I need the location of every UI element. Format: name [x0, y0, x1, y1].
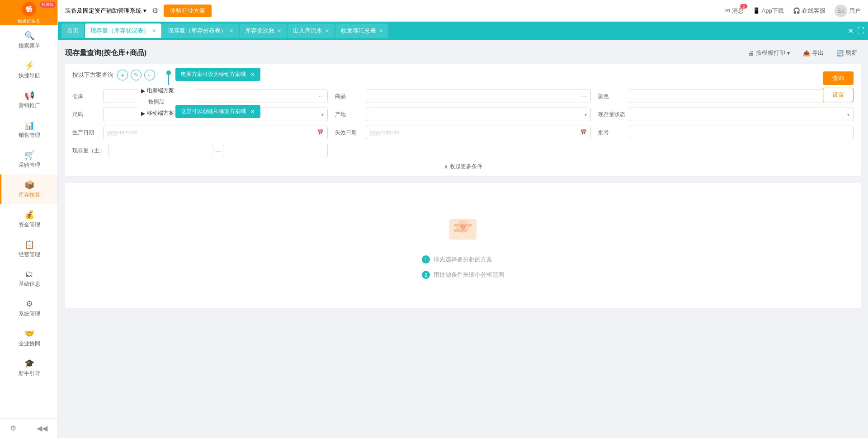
edit-scheme-btn[interactable]: ✎ [131, 70, 142, 80]
brand-text: 畅通好生意 [18, 18, 40, 24]
color-select[interactable]: ▾ [629, 89, 854, 103]
tab-actions: ✕ ⛶ [848, 27, 864, 35]
sidebar-item-enterprise[interactable]: 🤝 企业协同 [0, 323, 57, 353]
stock-range-max[interactable] [223, 144, 328, 157]
dropdown-arrow-icon: ▾ [143, 7, 146, 14]
stock-main-label: 现存量（主） [72, 147, 105, 155]
header-right: ✉ 消息 6 📱 App下载 🎧 在线客服 Ea 用户 [725, 5, 861, 17]
collapse-arrow-icon: ∧ [444, 164, 448, 170]
page-title: 现存量查询(按仓库+商品) [65, 48, 146, 58]
add-scheme-btn[interactable]: + [117, 70, 128, 80]
tooltip-text2: 这里可以创建和修改方案哦 [181, 108, 246, 115]
sidebar-item-purchase[interactable]: 🛒 采购管理 [0, 145, 57, 174]
tab-close-inventory-status[interactable]: ✕ [152, 28, 156, 34]
tab-inventory-status[interactable]: 现存量（库存状况表） ✕ [85, 24, 161, 38]
stock-range-min[interactable] [108, 144, 213, 157]
tab-collect-summary[interactable]: 收发存汇总表 ✕ [335, 24, 388, 38]
empty-state: 1 请先选择要分析的方案 2 用过滤条件来缩小分析范围 [65, 183, 861, 308]
tooltip2-close-btn[interactable]: ✕ [250, 108, 255, 115]
sidebar-label-search: 搜索菜单 [19, 42, 40, 50]
export-btn[interactable]: 📤 导出 [799, 47, 827, 59]
sidebar-item-marketing[interactable]: 📢 营销推广 [0, 85, 57, 115]
sidebar-label-finance: 资金管理 [19, 221, 40, 229]
dot-top [166, 71, 171, 75]
tab-close-collect-summary[interactable]: ✕ [379, 28, 383, 34]
tab-inout-flow[interactable]: 出入库流水 ✕ [288, 24, 335, 38]
reset-btn[interactable]: 设置 [823, 88, 854, 102]
tooltip1-close-btn[interactable]: ✕ [250, 71, 255, 78]
warehouse-select[interactable]: ··· [103, 89, 328, 103]
app-download-label: App下载 [762, 7, 784, 15]
goods-select[interactable]: ··· [366, 89, 590, 103]
stock-range: — [108, 144, 328, 157]
basic-icon: 🗂 [25, 269, 33, 279]
origin-arrow-icon: ▾ [585, 112, 587, 117]
size-arrow-icon: ▾ [321, 112, 324, 117]
warehouse-more-icon[interactable]: ··· [319, 93, 324, 100]
page-header: 现存量查询(按仓库+商品) 🖨 按模板打印 ▾ 📤 导出 🔄 刷新 [65, 47, 861, 59]
sidebar-item-basic[interactable]: 🗂 基础信息 [0, 264, 57, 293]
system-name-dropdown[interactable]: 装备及固定资产辅助管理系统 ▾ [65, 7, 146, 15]
sidebar-label-operations: 经营管理 [19, 251, 40, 259]
sidebar-item-search[interactable]: 🔍 搜索菜单 [0, 25, 57, 55]
online-support-item[interactable]: 🎧 在线客服 [793, 7, 826, 15]
sidebar-item-guide[interactable]: 🎓 新手引导 [0, 353, 57, 383]
refresh-btn[interactable]: 🔄 刷新 [833, 47, 861, 59]
industry-btn[interactable]: 体验行业方案 [164, 5, 212, 17]
user-item[interactable]: Ea 用户 [835, 5, 861, 17]
tab-close-batch-account[interactable]: ✕ [277, 28, 281, 34]
tab-inventory-dist-label: 现存量（库存分布表） [168, 27, 226, 35]
stock-status-label: 现存量状态 [598, 111, 625, 118]
prev-scheme-btn[interactable]: ← [144, 70, 155, 80]
tooltip-text1: 电脑方案可设为移动方案哦 [181, 71, 246, 78]
empty-step2: 2 用过滤条件来缩小分析范围 [422, 269, 504, 281]
sidebar-label-enterprise: 企业协同 [19, 340, 40, 348]
guide-icon: 🎓 [24, 358, 34, 368]
tab-inout-flow-label: 出入库流水 [293, 27, 322, 35]
expire-date-input[interactable]: yyyy-mm-dd 📅 [366, 126, 590, 139]
sidebar-item-sales[interactable]: 📊 销售管理 [0, 115, 57, 145]
tab-close-inventory-dist[interactable]: ✕ [229, 28, 233, 34]
sidebar-item-system[interactable]: ⚙ 系统管理 [0, 293, 57, 323]
sidebar-item-finance[interactable]: 💰 资金管理 [0, 204, 57, 234]
fullscreen-icon[interactable]: ⛶ [857, 27, 864, 35]
tab-batch-account[interactable]: 库存批次账 ✕ [240, 24, 287, 38]
produce-date-input[interactable]: yyyy-mm-dd 📅 [103, 126, 328, 139]
sidebar-item-inventory[interactable]: 📦 库存核算 [0, 174, 57, 204]
batch-input[interactable] [629, 126, 854, 139]
scheme-item-pc[interactable]: ▶ 电脑端方案 [137, 85, 196, 96]
content-area: 现存量查询(按仓库+商品) 🖨 按模板打印 ▾ 📤 导出 🔄 刷新 [58, 40, 868, 438]
produce-date-label: 生产日期 [72, 129, 99, 137]
settings-bottom-icon[interactable]: ⚙ [10, 424, 16, 433]
filter-label: 按以下方案查询 [72, 71, 113, 79]
marketing-icon: 📢 [24, 90, 34, 100]
produce-date-calendar-icon[interactable]: 📅 [317, 129, 324, 136]
brand-badge: 标准版 [40, 2, 56, 8]
origin-select[interactable]: ▾ [366, 108, 590, 121]
sidebar-label-purchase: 采购管理 [19, 161, 40, 169]
tab-inventory-dist[interactable]: 现存量（库存分布表） ✕ [162, 24, 239, 38]
stock-status-select[interactable]: ▾ [629, 108, 854, 121]
template-print-btn[interactable]: 🖨 按模板打印 ▾ [745, 47, 794, 59]
sidebar-bottom: ⚙ ◀◀ [0, 418, 57, 438]
sidebar-logo: 畅 畅通好生意 标准版 [0, 0, 57, 25]
goods-more-icon[interactable]: ··· [581, 93, 587, 100]
tab-bar: 首页 现存量（库存状况表） ✕ 现存量（库存分布表） ✕ 库存批次账 ✕ 出入库… [58, 22, 868, 40]
collapse-sidebar-icon[interactable]: ◀◀ [37, 424, 47, 433]
goods-label: 商品 [335, 93, 362, 100]
sidebar-item-quick-nav[interactable]: ⚡ 快捷导航 [0, 55, 57, 85]
sidebar-item-operations[interactable]: 📋 经营管理 [0, 234, 57, 264]
printer-icon: 🖨 [748, 50, 754, 57]
collapse-filter-btn[interactable]: ∧ 收起更多条件 [444, 163, 482, 170]
tab-home[interactable]: 首页 [61, 24, 84, 38]
message-item[interactable]: ✉ 消息 6 [725, 7, 744, 15]
search-btn[interactable]: 查询 [823, 71, 854, 85]
origin-label: 产地 [335, 111, 362, 118]
expire-date-calendar-icon[interactable]: 📅 [580, 129, 587, 136]
purchase-icon: 🛒 [24, 150, 34, 160]
app-download-item[interactable]: 📱 App下载 [753, 7, 784, 15]
close-all-tabs-icon[interactable]: ✕ [848, 27, 854, 35]
export-icon: 📤 [803, 50, 810, 57]
header-settings-icon[interactable]: ⚙ [152, 6, 158, 15]
tab-close-inout-flow[interactable]: ✕ [325, 28, 329, 34]
